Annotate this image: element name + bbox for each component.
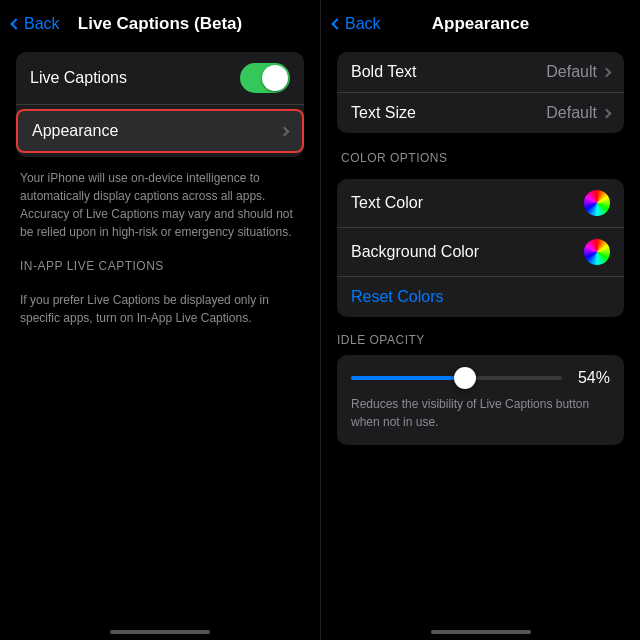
text-size-row[interactable]: Text Size Default xyxy=(337,93,624,133)
right-chevron-left-icon xyxy=(331,18,342,29)
info-text: Your iPhone will use on-device intellige… xyxy=(20,169,300,241)
text-size-chevron-icon xyxy=(602,108,612,118)
live-captions-toggle[interactable] xyxy=(240,63,290,93)
text-size-label: Text Size xyxy=(351,104,416,122)
toggle-knob xyxy=(262,65,288,91)
right-back-label: Back xyxy=(345,15,381,33)
background-color-label: Background Color xyxy=(351,243,479,261)
appearance-row-right xyxy=(281,128,288,135)
live-captions-row[interactable]: Live Captions xyxy=(16,52,304,105)
bold-text-row[interactable]: Bold Text Default xyxy=(337,52,624,93)
right-home-indicator xyxy=(321,630,640,640)
text-color-label: Text Color xyxy=(351,194,423,212)
slider-thumb[interactable] xyxy=(454,367,476,389)
color-options-header: COLOR OPTIONS xyxy=(341,151,620,165)
slider-value: 54% xyxy=(572,369,610,387)
left-nav-bar: Back Live Captions (Beta) xyxy=(0,0,320,44)
in-app-section-header: IN-APP LIVE CAPTIONS xyxy=(20,259,300,273)
left-home-indicator xyxy=(0,630,320,640)
text-color-circle[interactable] xyxy=(584,190,610,216)
slider-row: 54% xyxy=(351,369,610,387)
reset-colors-button[interactable]: Reset Colors xyxy=(337,277,624,317)
right-panel: Back Appearance Bold Text Default Text S… xyxy=(320,0,640,640)
chevron-left-icon xyxy=(10,18,21,29)
left-page-title: Live Captions (Beta) xyxy=(78,14,242,34)
appearance-row[interactable]: Appearance xyxy=(16,109,304,153)
idle-opacity-header: IDLE OPACITY xyxy=(337,333,624,347)
bold-text-value: Default xyxy=(546,63,597,81)
slider-description: Reduces the visibility of Live Captions … xyxy=(351,395,610,431)
left-back-label: Back xyxy=(24,15,60,33)
right-nav-bar: Back Appearance xyxy=(321,0,640,44)
left-back-button[interactable]: Back xyxy=(12,15,60,33)
bold-text-right: Default xyxy=(546,63,610,81)
chevron-right-icon xyxy=(280,126,290,136)
bold-text-label: Bold Text xyxy=(351,63,417,81)
bold-text-chevron-icon xyxy=(602,67,612,77)
live-captions-label: Live Captions xyxy=(30,69,127,87)
color-settings-section: Text Color Background Color Reset Colors xyxy=(337,179,624,317)
appearance-label: Appearance xyxy=(32,122,118,140)
right-page-title: Appearance xyxy=(432,14,529,34)
text-size-right: Default xyxy=(546,104,610,122)
text-settings-section: Bold Text Default Text Size Default xyxy=(337,52,624,133)
left-panel: Back Live Captions (Beta) Live Captions … xyxy=(0,0,320,640)
right-back-button[interactable]: Back xyxy=(333,15,381,33)
text-size-value: Default xyxy=(546,104,597,122)
slider-fill xyxy=(351,376,465,380)
background-color-row[interactable]: Background Color xyxy=(337,228,624,277)
idle-opacity-section: IDLE OPACITY 54% Reduces the visibility … xyxy=(337,333,624,445)
text-color-row[interactable]: Text Color xyxy=(337,179,624,228)
slider-container: 54% Reduces the visibility of Live Capti… xyxy=(337,355,624,445)
left-home-bar xyxy=(110,630,210,634)
background-color-circle[interactable] xyxy=(584,239,610,265)
left-settings-section: Live Captions Appearance xyxy=(16,52,304,157)
slider-track[interactable] xyxy=(351,376,562,380)
in-app-section-text: If you prefer Live Captions be displayed… xyxy=(20,291,300,327)
right-home-bar xyxy=(431,630,531,634)
